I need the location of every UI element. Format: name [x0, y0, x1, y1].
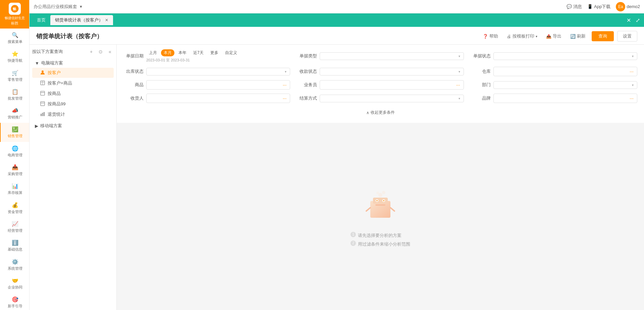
- app-logo[interactable]: 畅 畅捷信好生意 标胜: [0, 0, 29, 29]
- sidebar-item-guide[interactable]: 🎯 新手引导: [0, 293, 29, 310]
- sidebar-item-inventory[interactable]: 📊 库存核算: [0, 179, 29, 198]
- collapse-panel-btn[interactable]: «: [106, 48, 114, 55]
- department-input[interactable]: ▾: [493, 81, 637, 89]
- product-input[interactable]: ···: [146, 80, 290, 90]
- sidebar-item-operations[interactable]: 📈 经营管理: [0, 217, 29, 236]
- out-status-input[interactable]: ▾: [146, 68, 290, 75]
- doc-type-input[interactable]: ▾: [320, 52, 464, 60]
- query-button[interactable]: 查询: [592, 31, 614, 41]
- sidebar-item-finance[interactable]: 💰 资金管理: [0, 199, 29, 217]
- print-icon: 🖨: [507, 34, 511, 39]
- scheme-item-by-product99[interactable]: 按商品99: [32, 99, 114, 109]
- megaphone-icon: 📣: [12, 107, 18, 114]
- message-icon: 💬: [567, 4, 572, 9]
- date-tab-last-month[interactable]: 上月: [146, 49, 160, 56]
- print-btn[interactable]: 🖨 按模板打印 ▾: [504, 32, 540, 41]
- export-icon: 📤: [546, 34, 551, 39]
- date-tab-this-month[interactable]: 本月: [161, 49, 174, 56]
- print-arrow-icon: ▾: [536, 35, 537, 38]
- export-btn[interactable]: 📤 导出: [543, 32, 564, 41]
- sidebar-item-sales[interactable]: 💹 销售管理: [0, 123, 29, 142]
- scheme-section-header-mobile[interactable]: ▶ 移动端方案: [32, 121, 114, 130]
- sidebar-item-wholesale[interactable]: 📋 批发管理: [0, 85, 29, 104]
- body-layout: 按以下方案查询 + ⊙ « ▼ 电脑端方案 按客户: [30, 45, 644, 310]
- payment-method-input[interactable]: ▾: [320, 95, 464, 102]
- doc-status-input[interactable]: ▾: [493, 52, 637, 60]
- user-menu[interactable]: Ea demo2: [616, 2, 640, 11]
- receiver-input[interactable]: ···: [146, 94, 290, 103]
- date-tab-custom[interactable]: 自定义: [222, 49, 240, 56]
- doc-status-label: 单据状态: [471, 53, 491, 59]
- svg-text:畅: 畅: [12, 7, 16, 11]
- brand-input[interactable]: ···: [493, 94, 637, 103]
- page-actions: ❓ 帮助 🖨 按模板打印 ▾ 📤 导出 🔄 刷新 查询 设置: [480, 31, 637, 42]
- sidebar-item-ecommerce[interactable]: 🌐 电商管理: [0, 142, 29, 161]
- empty-text: 1 请先选择要分析的方案 2 用过滤条件来缩小分析范围: [351, 231, 410, 249]
- salesperson-input[interactable]: ···: [320, 80, 464, 90]
- svg-point-24: [376, 192, 379, 194]
- refresh-scheme-icon[interactable]: ⊙: [97, 48, 104, 55]
- scheme-section-header-desktop[interactable]: ▼ 电脑端方案: [32, 59, 114, 67]
- target-icon: 🎯: [12, 296, 18, 303]
- tab-close-all-btn[interactable]: ✕: [625, 16, 632, 24]
- more-options-icon[interactable]: ···: [630, 69, 634, 74]
- scheme-item-customer-product[interactable]: 按客户+商品: [32, 78, 114, 88]
- sidebar-item-enterprise[interactable]: 🤝 企业协同: [0, 274, 29, 293]
- date-tab-7days[interactable]: 近7天: [191, 49, 206, 56]
- tab-fullscreen-btn[interactable]: ⤢: [634, 16, 641, 24]
- tab-close-icon[interactable]: ✕: [105, 18, 108, 22]
- step-2-text: 用过滤条件来缩小分析范围: [358, 240, 410, 249]
- scheme-item-by-product[interactable]: 按商品: [32, 89, 114, 99]
- date-tab-more[interactable]: 更多: [208, 49, 221, 56]
- pay-status-input[interactable]: ▾: [320, 68, 464, 75]
- main-area: 办公用品行业模拟账套 ▾ 💬 消息 📱 App下载 Ea demo2 首页: [30, 0, 644, 310]
- tab-home[interactable]: 首页: [32, 15, 50, 25]
- bar-chart-icon: [40, 112, 45, 117]
- scheme-item-return-stats[interactable]: 退货统计: [32, 109, 114, 119]
- settings-button[interactable]: 设置: [617, 31, 637, 42]
- logo-icon: 畅: [9, 3, 21, 15]
- filter-row-doc-status: 单据状态 ▾: [471, 49, 637, 63]
- help-btn[interactable]: ❓ 帮助: [480, 32, 501, 41]
- sidebar-item-marketing[interactable]: 📣 营销推广: [0, 104, 29, 123]
- tab-sales-stats[interactable]: 销货单统计表（按客户） ✕: [50, 15, 113, 25]
- breadcrumb-arrow-icon[interactable]: ▾: [80, 4, 82, 9]
- sidebar-item-purchase[interactable]: 📥 采购管理: [0, 161, 29, 179]
- sidebar: 畅 畅捷信好生意 标胜 🔍 搜索菜单 ⭐ 快捷导航 🛒 零售管理 📋 批发管理 …: [0, 0, 30, 310]
- filter-grid-3: 商品 ··· 业务员 ···: [123, 80, 637, 90]
- sidebar-item-system[interactable]: ⚙️ 系统管理: [0, 255, 29, 274]
- globe-icon: 🌐: [12, 145, 18, 152]
- search-icon: 🔍: [12, 32, 18, 38]
- svg-point-23: [382, 191, 385, 194]
- sidebar-item-search[interactable]: 🔍 搜索菜单: [0, 29, 29, 47]
- sidebar-item-retail[interactable]: 🛒 零售管理: [0, 66, 29, 85]
- empty-step-2: 2 用过滤条件来缩小分析范围: [351, 240, 410, 249]
- refresh-btn[interactable]: 🔄 刷新: [568, 32, 588, 41]
- warehouse-input[interactable]: ···: [493, 67, 637, 76]
- more-options-icon[interactable]: ···: [283, 96, 287, 101]
- collapse-filters-btn[interactable]: ∧ 收起更多条件: [123, 107, 637, 118]
- header-breadcrumb: 办公用品行业模拟账套 ▾: [34, 4, 82, 10]
- more-options-icon[interactable]: ···: [283, 82, 287, 88]
- more-options-icon[interactable]: ···: [456, 82, 460, 88]
- gear-icon: ⚙️: [12, 259, 18, 265]
- sidebar-item-quick-nav[interactable]: ⭐ 快捷导航: [0, 47, 29, 66]
- money-icon: 💰: [12, 202, 18, 208]
- app-download-btn[interactable]: 📱 App下载: [587, 4, 610, 10]
- date-tab-this-year[interactable]: 本年: [176, 49, 189, 56]
- scheme-item-by-customer[interactable]: 按客户: [32, 68, 114, 78]
- collapse-label: 收起更多条件: [371, 110, 395, 115]
- product-label: 商品: [123, 82, 144, 88]
- filter-row-warehouse: 仓库 ···: [471, 67, 637, 76]
- svg-rect-11: [42, 113, 43, 116]
- filter-row-doc-type: 单据类型 ▾: [297, 49, 464, 63]
- sidebar-item-basic-info[interactable]: ℹ️ 基础信息: [0, 236, 29, 255]
- empty-step-1: 1 请先选择要分析的方案: [351, 231, 410, 240]
- more-options-icon[interactable]: ···: [630, 96, 634, 101]
- message-btn[interactable]: 💬 消息: [567, 4, 582, 10]
- left-panel-header: 按以下方案查询 + ⊙ «: [32, 48, 114, 55]
- box2-icon: [40, 101, 45, 107]
- header-right: 💬 消息 📱 App下载 Ea demo2: [567, 2, 640, 11]
- add-scheme-btn[interactable]: +: [88, 48, 95, 55]
- svg-point-18: [383, 200, 384, 201]
